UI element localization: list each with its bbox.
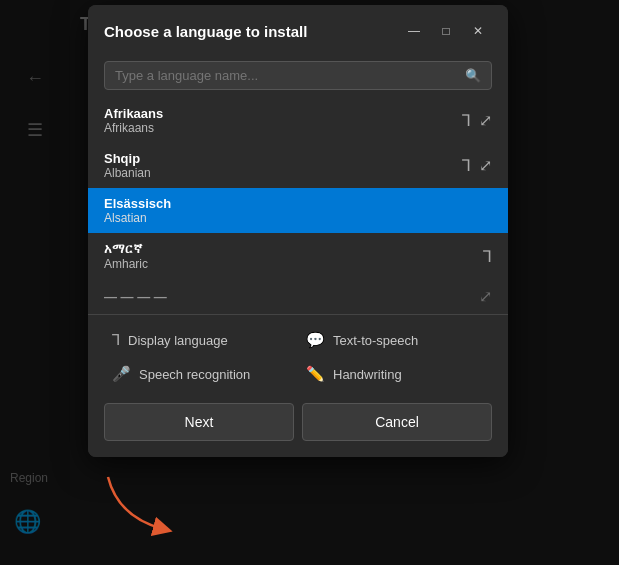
language-item-amharic[interactable]: አማርኛ Amharic Ꞁ (88, 233, 508, 279)
feature-text-to-speech[interactable]: 💬 Text-to-speech (298, 325, 492, 355)
lang-icons: ⤢ (479, 287, 492, 306)
dialog-controls: — □ ✕ (400, 17, 492, 45)
language-dialog: Choose a language to install — □ ✕ 🔍 Afr… (88, 5, 508, 457)
text-size-icon: Ꞁ (462, 111, 471, 130)
lang-name: Shqip (104, 151, 151, 166)
search-box: 🔍 (104, 61, 492, 90)
lang-icons: Ꞁ ⤢ (462, 111, 492, 130)
lang-native: Amharic (104, 257, 148, 271)
next-button[interactable]: Next (104, 403, 294, 441)
minimize-button[interactable]: — (400, 17, 428, 45)
dialog-titlebar: Choose a language to install — □ ✕ (88, 5, 508, 53)
language-search-input[interactable] (115, 68, 457, 83)
link-out-icon: ⤢ (479, 156, 492, 175)
text-size-icon: Ꞁ (462, 156, 471, 175)
feature-speech-recognition[interactable]: 🎤 Speech recognition (104, 359, 298, 389)
link-out-icon: ⤢ (479, 111, 492, 130)
close-button[interactable]: ✕ (464, 17, 492, 45)
lang-text-more: — — — — (104, 289, 167, 304)
features-section: Ꞁ Display language 💬 Text-to-speech 🎤 Sp… (88, 314, 508, 395)
language-item-afrikaans[interactable]: Afrikaans Afrikaans Ꞁ ⤢ (88, 98, 508, 143)
lang-text-shqip: Shqip Albanian (104, 151, 151, 180)
lang-name: አማርኛ (104, 241, 148, 257)
language-item-more[interactable]: — — — — ⤢ (88, 279, 508, 314)
speech-icon: 🎤 (112, 365, 131, 383)
lang-text-amharic: አማርኛ Amharic (104, 241, 148, 271)
lang-icons: Ꞁ (483, 247, 492, 266)
lang-name: Afrikaans (104, 106, 163, 121)
features-grid: Ꞁ Display language 💬 Text-to-speech 🎤 Sp… (104, 325, 492, 389)
maximize-button[interactable]: □ (432, 17, 460, 45)
feature-label: Handwriting (333, 367, 402, 382)
text-size-icon: Ꞁ (483, 247, 492, 266)
search-icon: 🔍 (465, 68, 481, 83)
feature-handwriting[interactable]: ✏️ Handwriting (298, 359, 492, 389)
action-buttons: Next Cancel (88, 395, 508, 457)
lang-icons: Ꞁ ⤢ (462, 156, 492, 175)
lang-text-elsassisch: Elsässisch Alsatian (104, 196, 171, 225)
lang-native: Alsatian (104, 211, 171, 225)
lang-text-afrikaans: Afrikaans Afrikaans (104, 106, 163, 135)
cancel-button[interactable]: Cancel (302, 403, 492, 441)
feature-label: Display language (128, 333, 228, 348)
feature-display-language[interactable]: Ꞁ Display language (104, 325, 298, 355)
language-item-shqip[interactable]: Shqip Albanian Ꞁ ⤢ (88, 143, 508, 188)
handwriting-icon: ✏️ (306, 365, 325, 383)
lang-native: Albanian (104, 166, 151, 180)
link-out-icon: ⤢ (479, 287, 492, 306)
lang-name: — — — — (104, 289, 167, 304)
lang-native: Afrikaans (104, 121, 163, 135)
dialog-title: Choose a language to install (104, 23, 307, 40)
feature-label: Speech recognition (139, 367, 250, 382)
language-list: Afrikaans Afrikaans Ꞁ ⤢ Shqip Albanian Ꞁ… (88, 98, 508, 314)
language-item-elsassisch[interactable]: Elsässisch Alsatian (88, 188, 508, 233)
display-language-icon: Ꞁ (112, 331, 120, 349)
search-container: 🔍 (88, 53, 508, 98)
tts-icon: 💬 (306, 331, 325, 349)
feature-label: Text-to-speech (333, 333, 418, 348)
lang-name: Elsässisch (104, 196, 171, 211)
